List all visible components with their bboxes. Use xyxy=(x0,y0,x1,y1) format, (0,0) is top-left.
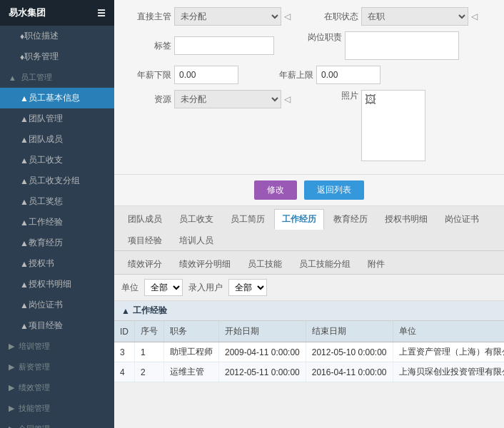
tab-edu-exp[interactable]: 教育经历 xyxy=(326,209,376,229)
supervisor-arrow-icon[interactable]: ◁ xyxy=(284,11,291,21)
supervisor-label: 直接主管 xyxy=(125,11,171,23)
cell-id: 3 xyxy=(114,342,135,362)
team-mgmt-icon: ▲ xyxy=(20,114,29,124)
tab-emp-skill-group[interactable]: 员工技能分组 xyxy=(291,254,358,274)
contract-mgmt-icon: ▶ xyxy=(9,424,14,428)
tab-perf-detail[interactable]: 绩效评分明细 xyxy=(171,254,238,274)
resource-group: 资源 未分配 ◁ xyxy=(125,90,291,108)
tab-attachment[interactable]: 附件 xyxy=(360,254,393,274)
sidebar-item-emp-award[interactable]: ▲ 员工奖惩 xyxy=(0,191,114,212)
cell-position: 助理工程师 xyxy=(164,342,219,362)
col-start-date: 开始日期 xyxy=(219,321,306,342)
train-mgmt-icon: ▶ xyxy=(9,342,14,351)
cell-end-date: 2016-04-11 0:00:00 xyxy=(306,362,393,382)
sidebar-item-auth-detail[interactable]: ▲ 授权书明细 xyxy=(0,274,114,295)
position-resp-label: 岗位职责 xyxy=(296,31,342,44)
sidebar-perf-mgmt[interactable]: ▶ 绩效管理 xyxy=(0,377,114,398)
tag-input[interactable] xyxy=(174,36,274,55)
modify-button[interactable]: 修改 xyxy=(254,180,297,200)
form-row-supervisor: 直接主管 未分配 ◁ 在职状态 在职 ◁ xyxy=(125,7,493,26)
tab-team-member[interactable]: 团队成员 xyxy=(120,209,170,229)
join-user-filter-label: 录入用户 xyxy=(188,282,223,294)
edu-exp-icon: ▲ xyxy=(20,238,29,248)
cell-end-date: 2012-05-10 0:00:00 xyxy=(306,342,393,362)
section-header: ▲ 工作经验 xyxy=(114,301,504,321)
col-unit: 单位 xyxy=(393,321,504,342)
salary-max-input[interactable] xyxy=(316,66,380,84)
employee-section-icon: ▲ xyxy=(9,73,16,82)
col-id: ID xyxy=(114,321,135,342)
tab-salary[interactable]: 员工收支 xyxy=(171,209,221,229)
sidebar-item-project-exp[interactable]: ▲ 项目经验 xyxy=(0,315,114,336)
tab-emp-skills[interactable]: 员工技能 xyxy=(240,254,290,274)
form-row-resource: 资源 未分配 ◁ 照片 🖼 xyxy=(125,90,493,161)
unit-filter-label: 单位 xyxy=(121,282,138,294)
sidebar-item-job-mgmt[interactable]: ♦ 职务管理 xyxy=(0,46,114,67)
basic-info-icon: ▲ xyxy=(20,93,29,103)
unit-filter-select[interactable]: 全部 xyxy=(144,279,183,296)
cell-start-date: 2012-05-11 0:00:00 xyxy=(219,362,306,382)
sidebar-contract-mgmt[interactable]: ▶ 合同管理 xyxy=(0,419,114,428)
sidebar-item-edu-exp[interactable]: ▲ 教育经历 xyxy=(0,233,114,253)
supervisor-select[interactable]: 未分配 xyxy=(174,7,281,26)
tag-group: 标签 xyxy=(125,36,274,55)
table-row[interactable]: 3 1 助理工程师 2009-04-11 0:00:00 2012-05-10 … xyxy=(114,342,504,362)
status-label: 在职状态 xyxy=(312,11,358,23)
cell-unit: 上海贝琛创业投资管理有限公司 xyxy=(393,362,504,382)
filter-bar: 单位 全部 录入用户 全部 xyxy=(114,275,504,301)
resource-select[interactable]: 未分配 xyxy=(174,90,281,108)
status-group: 在职状态 在职 ◁ xyxy=(312,7,478,26)
photo-label: 照片 xyxy=(312,90,358,102)
sidebar-train-mgmt[interactable]: ▶ 培训管理 xyxy=(0,336,114,357)
delete-button[interactable]: 返回列表 xyxy=(304,180,364,200)
cell-id: 4 xyxy=(114,362,135,382)
salary-min-label: 年薪下限 xyxy=(125,69,171,81)
resource-arrow-icon[interactable]: ◁ xyxy=(284,94,291,104)
tab-emp-resume[interactable]: 员工简历 xyxy=(223,209,273,229)
status-select[interactable]: 在职 xyxy=(361,7,468,26)
action-bar: 修改 返回列表 xyxy=(114,175,504,206)
sidebar: 易水集团 ☰ ♦ 职位描述 ♦ 职务管理 ▲ 员工管理 ▲ 员工基本信息 ▲ 团… xyxy=(0,0,114,428)
status-arrow-icon[interactable]: ◁ xyxy=(471,11,478,21)
position-resp-input[interactable] xyxy=(345,31,459,60)
tab-perf-score[interactable]: 绩效评分 xyxy=(120,254,170,274)
photo-icon: 🖼 xyxy=(365,93,376,106)
salary-max-label: 年薪上限 xyxy=(267,69,313,81)
photo-box: 🖼 xyxy=(361,90,425,161)
sidebar-item-work-exp[interactable]: ▲ 工作经验 xyxy=(0,212,114,233)
sidebar-item-job-desc[interactable]: ♦ 职位描述 xyxy=(0,26,114,46)
sidebar-tech-mgmt[interactable]: ▶ 技能管理 xyxy=(0,398,114,419)
sidebar-employee-mgmt[interactable]: ▲ 员工管理 xyxy=(0,67,114,88)
project-exp-icon: ▲ xyxy=(20,321,29,331)
form-row-tag: 标签 岗位职责 xyxy=(125,31,493,60)
sidebar-wage-mgmt[interactable]: ▶ 薪资管理 xyxy=(0,357,114,377)
sidebar-item-authorize[interactable]: ▲ 授权书 xyxy=(0,253,114,274)
emp-award-icon: ▲ xyxy=(20,197,29,207)
work-exp-icon: ▲ xyxy=(20,218,29,228)
sidebar-item-team-member[interactable]: ▲ 团队成员 xyxy=(0,129,114,150)
sidebar-item-salary-group[interactable]: ▲ 员工收支分组 xyxy=(0,170,114,191)
sidebar-item-team-mgmt[interactable]: ▲ 团队管理 xyxy=(0,108,114,129)
app-title: 易水集团 xyxy=(9,6,46,19)
salary-max-group: 年薪上限 xyxy=(267,66,380,84)
table-header-row: ID 序号 职务 开始日期 结束日期 单位 主要职能 xyxy=(114,321,504,342)
tab-train-staff[interactable]: 培训人员 xyxy=(171,230,221,250)
cell-seq: 2 xyxy=(135,362,164,382)
menu-icon[interactable]: ☰ xyxy=(97,8,106,19)
tab-post-cert[interactable]: 岗位证书 xyxy=(437,209,487,229)
col-seq: 序号 xyxy=(135,321,164,342)
tab-project-exp[interactable]: 项目经验 xyxy=(120,230,170,250)
sidebar-item-basic-info[interactable]: ▲ 员工基本信息 xyxy=(0,88,114,108)
sidebar-item-post-cert[interactable]: ▲ 岗位证书 xyxy=(0,295,114,315)
sidebar-item-salary[interactable]: ▲ 员工收支 xyxy=(0,150,114,170)
table-row[interactable]: 4 2 运维主管 2012-05-11 0:00:00 2016-04-11 0… xyxy=(114,362,504,382)
tab-auth-book[interactable]: 授权书明细 xyxy=(377,209,435,229)
auth-detail-icon: ▲ xyxy=(20,280,29,290)
col-position: 职务 xyxy=(164,321,219,342)
work-exp-table-section: ▲ 工作经验 ID 序号 职务 开始日期 结束日期 单位 主要职能 3 1 助理… xyxy=(114,301,504,428)
main-tab-bar: 团队成员 员工收支 员工简历 工作经历 教育经历 授权书明细 岗位证书 项目经验… xyxy=(114,206,504,251)
join-user-filter-select[interactable]: 全部 xyxy=(228,279,267,296)
salary-icon: ▲ xyxy=(20,156,29,165)
tab-work-exp[interactable]: 工作经历 xyxy=(274,209,324,230)
salary-min-input[interactable] xyxy=(174,66,238,84)
